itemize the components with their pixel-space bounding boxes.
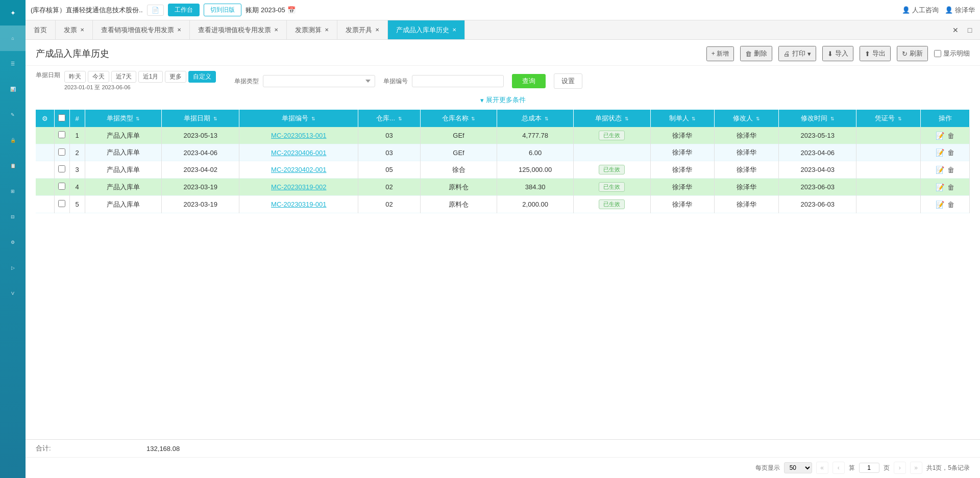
user-menu[interactable]: 👤 徐泽华 bbox=[945, 6, 975, 15]
td-doc-no-4[interactable]: MC-20230319-001 bbox=[239, 196, 358, 213]
new-button[interactable]: + 新增 bbox=[706, 46, 734, 61]
date-btn-today[interactable]: 今天 bbox=[88, 71, 109, 83]
th-creator[interactable]: 制单人 ⇅ bbox=[650, 110, 715, 127]
sidebar-item-stamp[interactable]: ⊟ bbox=[0, 204, 26, 230]
tab-input-vat[interactable]: 查看进项增值税专用发票 ✕ bbox=[190, 20, 287, 40]
row-checkbox-3[interactable] bbox=[58, 183, 65, 190]
period-selector[interactable]: 账期 2023-05 📅 bbox=[246, 6, 296, 15]
td-doc-no-2[interactable]: MC-20230402-001 bbox=[239, 161, 358, 179]
company-selector[interactable]: (库存核算）直播轻拢通信息技术股份... ▾ bbox=[31, 6, 143, 15]
tab-invoice-open-close[interactable]: ✕ bbox=[375, 27, 379, 33]
per-page-label: 每页显示 bbox=[755, 464, 780, 472]
th-settings[interactable]: ⚙ bbox=[36, 110, 54, 127]
tab-home[interactable]: 首页 bbox=[26, 20, 56, 40]
th-total-cost[interactable]: 总成本 ⇅ bbox=[497, 110, 574, 127]
tab-product-stock-close[interactable]: ✕ bbox=[452, 27, 456, 33]
th-doc-status[interactable]: 单据状态 ⇅ bbox=[573, 110, 650, 127]
delete-op-1[interactable]: 🗑 bbox=[947, 148, 954, 157]
date-btn-more[interactable]: 更多 bbox=[165, 71, 186, 83]
tab-invoice-open[interactable]: 发票开具 ✕ bbox=[337, 20, 388, 40]
th-doc-type[interactable]: 单据类型 ⇅ bbox=[85, 110, 162, 127]
query-button[interactable]: 查询 bbox=[512, 74, 546, 88]
print-button[interactable]: 🖨 打印 ▾ bbox=[778, 46, 816, 61]
switch-old-button[interactable]: 切到旧版 bbox=[204, 4, 241, 16]
sidebar-item-edit[interactable]: ✎ bbox=[0, 102, 26, 128]
edit-op-3[interactable]: 📝 bbox=[936, 183, 944, 191]
help-button[interactable]: 👤 人工咨询 bbox=[902, 6, 939, 15]
tab-sales-vat-close[interactable]: ✕ bbox=[177, 27, 181, 33]
td-doc-no-3[interactable]: MC-20230319-002 bbox=[239, 179, 358, 196]
display-toggle-checkbox[interactable] bbox=[934, 50, 941, 57]
expand-button[interactable]: ▾ 展开更多条件 bbox=[480, 95, 526, 105]
td-doc-no-0[interactable]: MC-20230513-001 bbox=[239, 127, 358, 144]
workbench-button[interactable]: 工作台 bbox=[168, 4, 200, 16]
delete-op-4[interactable]: 🗑 bbox=[947, 200, 954, 209]
last-page-button[interactable]: » bbox=[910, 462, 922, 474]
sidebar-item-v[interactable]: V bbox=[0, 281, 26, 306]
sidebar-item-settings2[interactable]: ⚙ bbox=[0, 230, 26, 255]
row-checkbox-1[interactable] bbox=[58, 148, 65, 156]
tab-product-stock[interactable]: 产成品入库单历史 ✕ bbox=[388, 20, 465, 40]
th-warehouse-name[interactable]: 仓库名称 ⇅ bbox=[420, 110, 497, 127]
next-page-button[interactable]: › bbox=[894, 462, 906, 474]
sidebar-item-chart[interactable]: 📊 bbox=[0, 77, 26, 102]
td-checkbox-1[interactable] bbox=[54, 144, 69, 161]
date-btn-yesterday[interactable]: 昨天 bbox=[64, 71, 86, 83]
doc-type-select[interactable]: 产品入库单 bbox=[263, 75, 375, 87]
import-button[interactable]: ⬇ 导入 bbox=[822, 46, 853, 61]
per-page-select[interactable]: 20 50 100 bbox=[784, 462, 812, 473]
set-button[interactable]: 设置 bbox=[554, 73, 582, 89]
sidebar-item-lock[interactable]: 🔒 bbox=[0, 128, 26, 153]
sidebar-item-play[interactable]: ▷ bbox=[0, 255, 26, 281]
page-input[interactable] bbox=[859, 463, 879, 473]
export-button[interactable]: ⬆ 导出 bbox=[860, 46, 891, 61]
tab-invoice-close[interactable]: ✕ bbox=[80, 27, 84, 33]
window-maximize-button[interactable]: □ bbox=[964, 24, 976, 36]
tab-input-vat-close[interactable]: ✕ bbox=[274, 27, 278, 33]
delete-op-2[interactable]: 🗑 bbox=[947, 166, 954, 174]
sidebar-item-doc[interactable]: ☰ bbox=[0, 51, 26, 77]
td-checkbox-2[interactable] bbox=[54, 161, 69, 179]
doc-copy-button[interactable]: 📄 bbox=[147, 5, 164, 16]
first-page-button[interactable]: « bbox=[816, 462, 828, 474]
sidebar-logo[interactable]: ✦ bbox=[0, 0, 26, 26]
td-checkbox-0[interactable] bbox=[54, 127, 69, 144]
th-doc-no[interactable]: 单据编号 ⇅ bbox=[239, 110, 358, 127]
th-modify-time[interactable]: 修改时间 ⇅ bbox=[779, 110, 856, 127]
sidebar-item-table[interactable]: ⊞ bbox=[0, 179, 26, 204]
tab-invoice-calc[interactable]: 发票测算 ✕ bbox=[287, 20, 337, 40]
prev-page-button[interactable]: ‹ bbox=[832, 462, 845, 474]
td-checkbox-3[interactable] bbox=[54, 179, 69, 196]
row-checkbox-0[interactable] bbox=[58, 131, 65, 138]
edit-op-0[interactable]: 📝 bbox=[936, 132, 944, 140]
row-checkbox-4[interactable] bbox=[58, 200, 65, 207]
th-doc-date[interactable]: 单据日期 ⇅ bbox=[162, 110, 239, 127]
th-voucher-no[interactable]: 凭证号 ⇅ bbox=[856, 110, 921, 127]
doc-no-input[interactable] bbox=[412, 75, 504, 87]
tab-invoice-calc-close[interactable]: ✕ bbox=[325, 27, 329, 33]
select-all-checkbox[interactable] bbox=[58, 114, 65, 121]
sidebar-item-home[interactable]: ⌂ bbox=[0, 26, 26, 51]
th-warehouse-code[interactable]: 仓库... ⇅ bbox=[358, 110, 421, 127]
edit-op-2[interactable]: 📝 bbox=[936, 166, 944, 174]
th-checkbox[interactable] bbox=[54, 110, 69, 127]
total-info: 共1页，5条记录 bbox=[926, 464, 970, 472]
row-checkbox-2[interactable] bbox=[58, 165, 65, 172]
date-btn-1month[interactable]: 近1月 bbox=[138, 71, 163, 83]
window-close-button[interactable]: ✕ bbox=[949, 24, 962, 36]
th-modifier[interactable]: 修改人 ⇅ bbox=[715, 110, 779, 127]
delete-op-0[interactable]: 🗑 bbox=[947, 132, 954, 140]
delete-op-3[interactable]: 🗑 bbox=[947, 183, 954, 191]
edit-op-1[interactable]: 📝 bbox=[936, 148, 944, 157]
refresh-button[interactable]: ↻ 刷新 bbox=[897, 46, 928, 61]
delete-button[interactable]: 🗑 删除 bbox=[740, 46, 772, 61]
edit-op-4[interactable]: 📝 bbox=[936, 200, 944, 209]
date-btn-custom[interactable]: 自定义 bbox=[188, 71, 216, 83]
sidebar-item-book[interactable]: 📋 bbox=[0, 153, 26, 179]
tab-sales-vat[interactable]: 查看销项增值税专用发票 ✕ bbox=[93, 20, 190, 40]
tab-invoice[interactable]: 发票 ✕ bbox=[56, 20, 93, 40]
date-btn-7days[interactable]: 近7天 bbox=[111, 71, 136, 83]
td-doc-no-1[interactable]: MC-20230406-001 bbox=[239, 144, 358, 161]
td-checkbox-4[interactable] bbox=[54, 196, 69, 213]
td-modifier-0: 徐泽华 bbox=[715, 127, 779, 144]
